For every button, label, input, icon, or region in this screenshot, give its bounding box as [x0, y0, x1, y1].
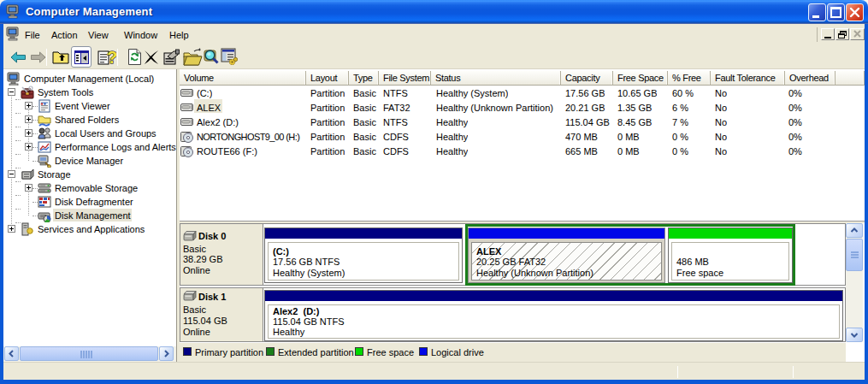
- svg-text:?: ?: [107, 49, 116, 66]
